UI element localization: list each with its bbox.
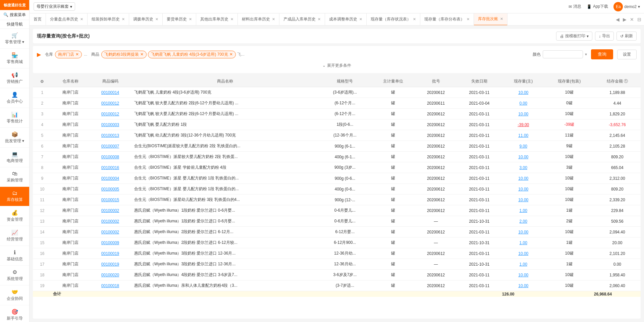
tab-9[interactable]: 现存量（库存状况表）✕	[367, 13, 420, 25]
sidebar-item-7[interactable]: 🛍采购管理	[0, 167, 29, 187]
sidebar-item-3[interactable]: 👤会员中心	[0, 88, 29, 108]
tab-5[interactable]: 其他出库单历史✕	[196, 13, 238, 25]
row-code[interactable]: 00100016	[90, 162, 131, 173]
user-profile[interactable]: Ea demo2 ▾	[613, 2, 640, 11]
row-qty[interactable]: 10.00	[502, 280, 545, 291]
sidebar-item-14[interactable]: 🎯新手引导	[0, 305, 29, 322]
row-code[interactable]: 00100003	[90, 119, 131, 130]
row-qty[interactable]: 10.00	[502, 173, 545, 184]
sidebar-item-8[interactable]: 🗂库存核算	[0, 187, 29, 206]
row-qty[interactable]: 10.00	[502, 195, 545, 205]
sidebar-item-10[interactable]: 📈经营管理	[0, 226, 29, 246]
row-qty[interactable]: 1.00	[502, 259, 545, 270]
sidebar-search[interactable]: 🔍 搜索菜单	[0, 10, 29, 20]
row-code[interactable]: 00100007	[90, 141, 131, 152]
template-print-button[interactable]: 🖨 按模板打印 ▾	[556, 32, 592, 41]
row-code[interactable]: 00100013	[90, 130, 131, 141]
tab-next-button[interactable]: ▶	[622, 16, 628, 23]
export-button[interactable]: ↓ 导出	[595, 32, 614, 41]
row-code[interactable]: 00100008	[90, 152, 131, 162]
warehouse-more[interactable]: ...	[84, 52, 87, 57]
tab-1[interactable]: 分量盘点单历史✕	[46, 13, 88, 25]
filter-expand-left[interactable]: ▶	[37, 51, 41, 58]
tab-prev-button[interactable]: ◀	[614, 16, 621, 23]
warehouse-tag-0[interactable]: 南岸门店 ✕	[55, 51, 82, 58]
tab-2[interactable]: 组装拆卸单历史✕	[88, 13, 129, 25]
filter-expand-icon[interactable]: ▶	[37, 51, 41, 58]
row-qty[interactable]: 10.00	[502, 270, 545, 280]
row-qty[interactable]: 1.00	[502, 237, 545, 248]
product-tag-1[interactable]: 飞鹤星飞帆 儿童奶粉 4段(3-6岁适用) 700克 ✕	[148, 51, 236, 58]
row-code[interactable]: 00100005	[90, 184, 131, 195]
row-qty[interactable]: 10.00	[502, 248, 545, 259]
tab-close-all-button[interactable]: ✕	[629, 16, 635, 23]
setting-button[interactable]: 设置	[617, 50, 637, 59]
tab-close-10[interactable]: ✕	[467, 17, 470, 21]
message-button[interactable]: ✉ 消息	[569, 4, 581, 9]
query-button[interactable]: 查询	[591, 49, 613, 59]
tab-menu-button[interactable]: ⊟	[636, 16, 643, 23]
row-code[interactable]: 00100020	[90, 270, 131, 280]
sidebar-quick-nav[interactable]: 快捷导航	[0, 20, 29, 29]
tab-close-3[interactable]: ✕	[155, 17, 158, 21]
row-code[interactable]: 00100002	[90, 216, 131, 227]
tab-11[interactable]: 库存批次账✕	[474, 13, 507, 25]
tab-6[interactable]: 材料出库单历史✕	[238, 13, 279, 25]
tab-3[interactable]: 调拨单历史✕	[129, 13, 163, 25]
sidebar-item-1[interactable]: 🏪零售商城	[0, 49, 29, 68]
row-code[interactable]: 00100002	[90, 205, 131, 216]
row-qty[interactable]: 10.00	[502, 227, 545, 237]
sidebar-item-4[interactable]: 📊零售统计	[0, 108, 29, 128]
row-code[interactable]: 00100009	[90, 237, 131, 248]
row-code[interactable]: 00100004	[90, 173, 131, 184]
row-qty[interactable]: 2.00	[502, 216, 545, 227]
sidebar-item-6[interactable]: 💻电商管理	[0, 148, 29, 167]
sidebar-item-2[interactable]: 📢营销推广	[0, 68, 29, 88]
tab-close-7[interactable]: ✕	[318, 17, 321, 21]
product-tag-remove-1[interactable]: ✕	[229, 52, 233, 57]
row-code[interactable]: 00100002	[90, 227, 131, 237]
product-tag-0[interactable]: 飞鹤奶粉3段两提装 ✕	[101, 51, 147, 58]
sidebar-item-12[interactable]: ⚙系统管理	[0, 266, 29, 285]
warehouse-tag-remove-0[interactable]: ✕	[75, 52, 79, 57]
app-download-button[interactable]: 📱 App下载	[587, 4, 608, 9]
tab-close-8[interactable]: ✕	[359, 17, 362, 21]
row-code[interactable]: 00100019	[90, 248, 131, 259]
tab-8[interactable]: 成本调整单历史✕	[325, 13, 367, 25]
product-tag-remove-0[interactable]: ✕	[140, 52, 144, 57]
row-qty[interactable]: 3.00	[502, 162, 545, 173]
row-qty[interactable]: 1.00	[502, 205, 545, 216]
product-more[interactable]: 飞...	[237, 52, 245, 57]
row-qty[interactable]: 0.00	[502, 98, 545, 109]
sidebar-item-9[interactable]: 💰资金管理	[0, 206, 29, 226]
expand-more-button[interactable]: ⌄ 展开更多条件	[37, 61, 637, 70]
row-code[interactable]: 00100012	[90, 109, 131, 119]
color-input[interactable]	[543, 50, 583, 58]
tab-close-6[interactable]: ✕	[272, 17, 275, 21]
row-code[interactable]: 00100018	[90, 280, 131, 291]
tab-close-9[interactable]: ✕	[413, 17, 416, 21]
row-qty[interactable]: 10.00	[502, 109, 545, 119]
row-qty[interactable]: 10.00	[502, 152, 545, 162]
tab-close-11[interactable]: ✕	[500, 17, 503, 21]
row-code[interactable]: 00100019	[90, 259, 131, 270]
sidebar-item-11[interactable]: ℹ基础信息	[0, 246, 29, 266]
row-qty[interactable]: 11.00	[502, 130, 545, 141]
refresh-button[interactable]: ↺ 刷新	[616, 32, 637, 41]
row-qty[interactable]: 10.00	[502, 184, 545, 195]
row-code[interactable]: 00100012	[90, 98, 131, 109]
tab-close-5[interactable]: ✕	[230, 17, 233, 21]
tab-close-4[interactable]: ✕	[189, 17, 192, 21]
tab-10[interactable]: 现存量（库存分布表）✕	[420, 13, 474, 25]
tab-0[interactable]: 首页	[30, 13, 46, 25]
row-qty[interactable]: 10.00	[502, 87, 545, 98]
row-qty[interactable]: -39.00	[502, 119, 545, 130]
tab-close-1[interactable]: ✕	[80, 17, 83, 21]
row-code[interactable]: 00100014	[90, 87, 131, 98]
tab-4[interactable]: 要货单历史✕	[163, 13, 196, 25]
sidebar-item-0[interactable]: 🛒零售管理 ▾	[0, 29, 29, 49]
tab-close-2[interactable]: ✕	[122, 17, 125, 21]
account-dropdown[interactable]: 母婴行业演示账套 ▾	[34, 2, 75, 11]
tab-7[interactable]: 产成品入库单历史✕	[279, 13, 325, 25]
sidebar-item-5[interactable]: 📦批发管理 ▾	[0, 128, 29, 148]
